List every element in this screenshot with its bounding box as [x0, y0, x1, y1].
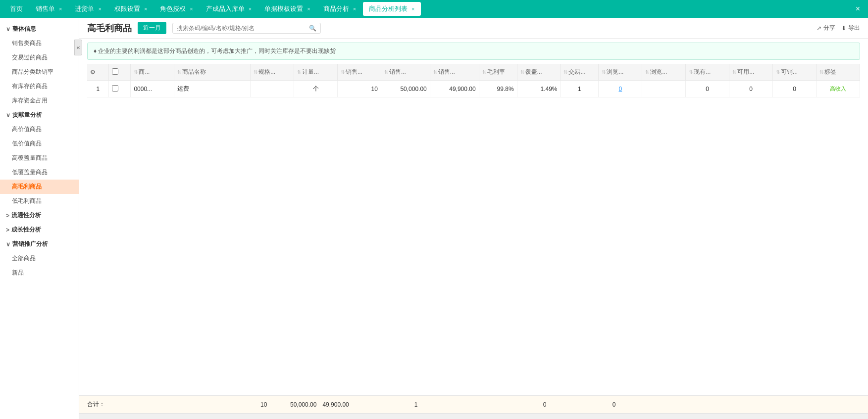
nav-item-商品分析列表[interactable]: 商品分析列表×: [363, 2, 420, 16]
search-input[interactable]: [177, 25, 307, 32]
col-header-coverage[interactable]: ⇅覆盖...: [517, 64, 561, 81]
col-label-sales_amt: 销售...: [389, 68, 406, 76]
nav-close-icon[interactable]: ×: [249, 6, 252, 12]
content-header: 高毛利商品 近一月 🔍 ↗ 分享 ⬇ 导出: [79, 18, 868, 39]
footer-sales-amt: 50,000.00: [287, 401, 319, 408]
sidebar-item-新品[interactable]: 新品: [0, 266, 79, 280]
filter-recent-month[interactable]: 近一月: [138, 22, 166, 34]
sidebar-group-arrow: ∨: [6, 112, 10, 119]
nav-close-icon[interactable]: ×: [307, 6, 310, 12]
col-header-sales_amt[interactable]: ⇅销售...: [381, 64, 430, 81]
select-all-checkbox[interactable]: [112, 68, 118, 75]
col-header-sales_qty[interactable]: ⇅销售...: [337, 64, 381, 81]
sort-icon-left: ⇅: [482, 69, 486, 75]
bottom-scrollbar[interactable]: [79, 413, 868, 419]
sort-icon-left: ⇅: [384, 69, 388, 75]
sort-icon-left: ⇅: [297, 69, 301, 75]
nav-item-产成品入库单[interactable]: 产成品入库单×: [200, 2, 257, 16]
sidebar-group-成长性分析[interactable]: >成长性分析: [0, 223, 79, 237]
nav-close-icon[interactable]: ×: [411, 6, 414, 12]
sidebar-item-销售类商品[interactable]: 销售类商品: [0, 36, 79, 50]
col-label-available: 可用...: [737, 68, 754, 76]
window-close-button[interactable]: ×: [852, 4, 864, 13]
sidebar-item-低覆盖量商品[interactable]: 低覆盖量商品: [0, 165, 79, 180]
sidebar-item-低价值商品[interactable]: 低价值商品: [0, 137, 79, 151]
footer-sellable: 0: [610, 401, 639, 408]
cell-check[interactable]: [109, 81, 131, 97]
sidebar-group-营销推广分析[interactable]: ∨营销推广分析: [0, 237, 79, 251]
sidebar-item-高覆盖量商品[interactable]: 高覆盖量商品: [0, 151, 79, 165]
sidebar-item-有库存的商品[interactable]: 有库存的商品: [0, 79, 79, 93]
cell-transactions: 1: [561, 81, 599, 97]
col-label-views2: 浏览...: [650, 68, 667, 76]
nav-close-icon[interactable]: ×: [144, 6, 147, 12]
data-table: ⚙⇅商...⇅商品名称⇅规格...⇅计量...⇅销售...⇅销售...⇅销售..…: [87, 64, 860, 97]
sidebar: ∨整体信息销售类商品交易过的商品商品分类助销率有库存的商品库存资金占用∨贡献量分…: [0, 18, 79, 419]
sidebar-group-整体信息[interactable]: ∨整体信息: [0, 22, 79, 36]
share-icon: ↗: [817, 25, 821, 32]
footer-cells: 10 50,000.00 49,900.00 1 0 0: [109, 401, 860, 408]
nav-close-icon[interactable]: ×: [190, 6, 193, 12]
sidebar-item-库存资金占用[interactable]: 库存资金占用: [0, 93, 79, 108]
cell-code: 0000...: [131, 81, 174, 97]
col-header-unit[interactable]: ⇅计量...: [294, 64, 338, 81]
col-header-tag[interactable]: ⇅标签: [816, 64, 860, 81]
sidebar-group-label: 贡献量分析: [12, 111, 42, 119]
sidebar-group-流通性分析[interactable]: >流通性分析: [0, 208, 79, 223]
header-actions: ↗ 分享 ⬇ 导出: [817, 24, 860, 32]
nav-item-商品分析[interactable]: 商品分析×: [317, 2, 362, 16]
col-header-check[interactable]: [109, 64, 131, 81]
cell-views1[interactable]: 0: [599, 81, 642, 97]
col-header-gross_margin[interactable]: ⇅毛利率: [479, 64, 517, 81]
cell-gross_margin: 99.8%: [479, 81, 517, 97]
col-header-spec[interactable]: ⇅规格...: [251, 64, 294, 81]
sidebar-collapse-button[interactable]: «: [74, 40, 82, 55]
sidebar-item-交易过的商品[interactable]: 交易过的商品: [0, 50, 79, 65]
nav-item-首页[interactable]: 首页: [4, 2, 29, 16]
cell-spec: [251, 81, 294, 97]
nav-close-icon[interactable]: ×: [353, 6, 356, 12]
sidebar-item-高毛利商品[interactable]: 高毛利商品: [0, 180, 79, 194]
col-header-code[interactable]: ⇅商...: [131, 64, 174, 81]
col-header-transactions[interactable]: ⇅交易...: [561, 64, 599, 81]
cell-available: 0: [729, 81, 773, 97]
settings-icon[interactable]: ⚙: [90, 69, 96, 76]
share-button[interactable]: ↗ 分享: [817, 24, 835, 32]
col-header-sellable[interactable]: ⇅可销...: [773, 64, 817, 81]
export-button[interactable]: ⬇ 导出: [841, 24, 860, 32]
nav-item-销售单[interactable]: 销售单×: [30, 2, 68, 16]
col-header-stock_now[interactable]: ⇅现有...: [686, 64, 729, 81]
views-link[interactable]: 0: [619, 86, 622, 93]
nav-close-icon[interactable]: ×: [59, 6, 62, 12]
sidebar-item-高价值商品[interactable]: 高价值商品: [0, 122, 79, 137]
cell-unit: 个: [294, 81, 338, 97]
col-header-views2[interactable]: ⇅浏览...: [642, 64, 686, 81]
col-header-views1[interactable]: ⇅浏览...: [599, 64, 642, 81]
row-checkbox[interactable]: [112, 85, 118, 92]
cell-stock_now: 0: [686, 81, 729, 97]
nav-item-角色授权[interactable]: 角色授权×: [154, 2, 199, 16]
footer-label: 合计：: [87, 400, 105, 409]
table-body: 10000...运费个1050,000.0049,900.0099.8%1.49…: [87, 81, 860, 97]
table-footer: 合计： 10 50,000.00 49,900.00 1 0 0: [79, 395, 868, 413]
col-label-code: 商...: [139, 68, 150, 76]
nav-close-icon[interactable]: ×: [98, 6, 101, 12]
nav-item-进货单[interactable]: 进货单×: [69, 2, 107, 16]
nav-item-单据模板设置[interactable]: 单据模板设置×: [258, 2, 316, 16]
sidebar-item-低毛利商品[interactable]: 低毛利商品: [0, 194, 79, 208]
col-label-tag: 标签: [824, 68, 836, 76]
search-icon[interactable]: 🔍: [309, 25, 316, 32]
cell-index: 1: [87, 81, 109, 97]
col-header-settings[interactable]: ⚙: [87, 64, 109, 81]
col-header-sales_profit[interactable]: ⇅销售...: [430, 64, 479, 81]
col-header-name[interactable]: ⇅商品名称: [174, 64, 251, 81]
sidebar-group-贡献量分析[interactable]: ∨贡献量分析: [0, 108, 79, 122]
nav-item-权限设置[interactable]: 权限设置×: [108, 2, 153, 16]
sort-icon-left: ⇅: [563, 69, 567, 75]
info-text: ♦ 企业的主要的利润都是这部分商品创造的，可考虑加大推广，同时关注库存是不要出现…: [94, 47, 336, 55]
sidebar-item-商品分类助销率[interactable]: 商品分类助销率: [0, 65, 79, 79]
cell-views2: [642, 81, 686, 97]
col-header-available[interactable]: ⇅可用...: [729, 64, 773, 81]
sidebar-item-全部商品[interactable]: 全部商品: [0, 251, 79, 266]
col-label-coverage: 覆盖...: [525, 68, 542, 76]
